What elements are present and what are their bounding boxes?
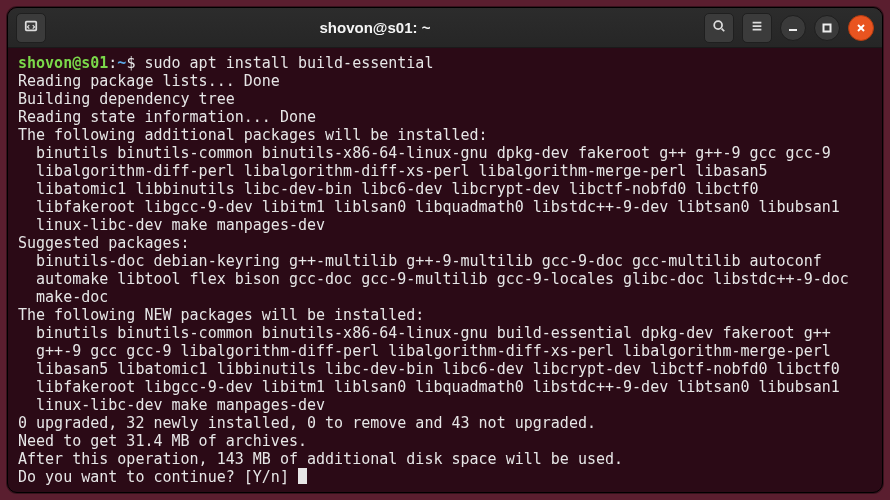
maximize-icon [822,18,832,37]
search-icon [712,19,726,36]
output-line: libalgorithm-diff-perl libalgorithm-diff… [18,162,872,180]
output-line: automake libtool flex bison gcc-doc gcc-… [18,270,872,288]
output-line: libfakeroot libgcc-9-dev libitm1 liblsan… [18,198,872,216]
output-line: The following NEW packages will be insta… [18,306,872,324]
svg-point-1 [714,21,722,29]
close-button[interactable] [848,15,874,41]
terminal-window: shovon@s01: ~ [7,7,883,493]
output-line: libfakeroot libgcc-9-dev libitm1 liblsan… [18,378,872,396]
output-line: Need to get 31.4 MB of archives. [18,432,872,450]
output-line: binutils binutils-common binutils-x86-64… [18,324,872,342]
command-text: sudo apt install build-essential [144,54,433,72]
svg-line-2 [722,29,725,32]
search-button[interactable] [704,13,734,43]
output-line: The following additional packages will b… [18,126,872,144]
prompt-user-host: shovon@s01 [18,54,108,72]
svg-rect-7 [824,25,831,32]
terminal-body[interactable]: shovon@s01:~$ sudo apt install build-ess… [8,48,882,492]
output-line: Reading package lists... Done [18,72,872,90]
output-line: make-doc [18,288,872,306]
titlebar: shovon@s01: ~ [8,8,882,48]
cursor [298,468,307,484]
prompt-line: shovon@s01:~$ sudo apt install build-ess… [18,54,872,72]
prompt-dollar: $ [126,54,144,72]
minimize-button[interactable] [780,15,806,41]
close-icon [856,18,866,37]
new-tab-button[interactable] [16,13,46,43]
output-line: libatomic1 libbinutils libc-dev-bin libc… [18,180,872,198]
output-line: libasan5 libatomic1 libbinutils libc-dev… [18,360,872,378]
prompt-separator: : [108,54,117,72]
output-line: binutils-doc debian-keyring g++-multilib… [18,252,872,270]
output-line: linux-libc-dev make manpages-dev [18,216,872,234]
output-line: linux-libc-dev make manpages-dev [18,396,872,414]
output-line: Reading state information... Done [18,108,872,126]
minimize-icon [788,18,798,37]
svg-rect-0 [26,22,37,31]
output-line: Suggested packages: [18,234,872,252]
output-line: 0 upgraded, 32 newly installed, 0 to rem… [18,414,872,432]
menu-button[interactable] [742,13,772,43]
output-line: Do you want to continue? [Y/n] [18,468,872,486]
output-line: g++-9 gcc gcc-9 libalgorithm-diff-perl l… [18,342,872,360]
output-line: binutils binutils-common binutils-x86-64… [18,144,872,162]
new-tab-icon [24,19,38,36]
window-title: shovon@s01: ~ [46,19,704,36]
output-line: After this operation, 143 MB of addition… [18,450,872,468]
hamburger-icon [750,19,764,36]
output-line: Building dependency tree [18,90,872,108]
maximize-button[interactable] [814,15,840,41]
